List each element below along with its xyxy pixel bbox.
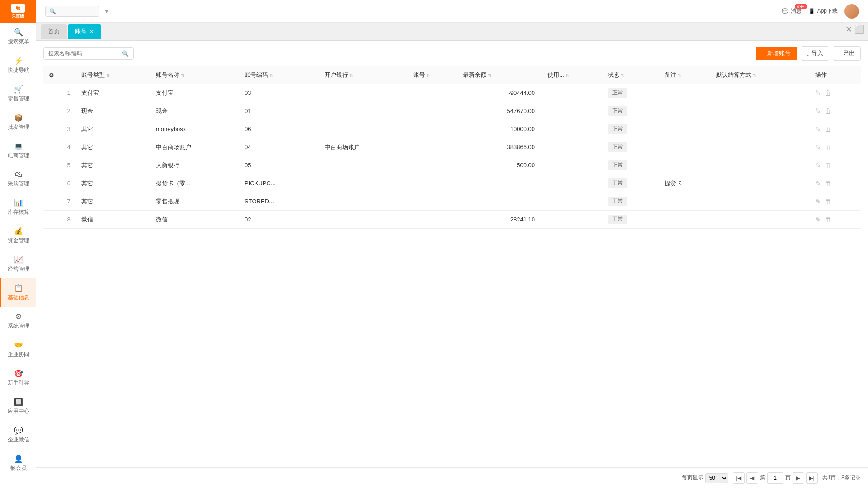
delete-icon-5[interactable]: 🗑 — [825, 179, 831, 187]
sidebar-icon-6: 📊 — [14, 198, 23, 207]
edit-icon-1[interactable]: ✎ — [815, 107, 821, 115]
edit-icon-4[interactable]: ✎ — [815, 161, 821, 169]
page-size-select[interactable]: 50 100 200 — [705, 473, 728, 483]
edit-icon-7[interactable]: ✎ — [815, 216, 821, 224]
delete-icon-6[interactable]: 🗑 — [825, 197, 831, 205]
row-remark-1 — [661, 102, 713, 120]
sidebar-item-11[interactable]: 🤝企业协同 — [0, 335, 36, 364]
sidebar-nav: 🔍搜索菜单⚡快捷导航🛒零售管理📦批发管理💻电商管理🛍采购管理📊库存核算💰资金管理… — [0, 23, 36, 488]
tab-account-close[interactable]: ✕ — [90, 29, 94, 34]
row-usage-6 — [544, 192, 604, 211]
edit-icon-5[interactable]: ✎ — [815, 179, 821, 188]
sidebar-item-15[interactable]: 👤畅会员 — [0, 449, 36, 478]
row-action-5: ✎ 🗑 — [811, 174, 861, 192]
sidebar-item-9[interactable]: 📋基础信息 — [0, 278, 36, 307]
edit-icon-2[interactable]: ✎ — [815, 125, 821, 133]
row-code-0: 03 — [241, 84, 321, 102]
content-header: 🔍 + 新增账号 ↓ 导入 ↑ 导出 — [36, 41, 868, 66]
app-download-button[interactable]: 📱 App下载 — [808, 7, 838, 15]
delete-icon-1[interactable]: 🗑 — [825, 107, 831, 115]
export-button[interactable]: ↑ 导出 — [833, 46, 861, 61]
delete-icon-0[interactable]: 🗑 — [825, 89, 831, 97]
sidebar-item-0[interactable]: 🔍搜索菜单 — [0, 23, 36, 51]
next-page-button[interactable]: ▶ — [793, 472, 804, 484]
edit-icon-0[interactable]: ✎ — [815, 89, 821, 97]
sidebar-icon-2: 🛒 — [14, 85, 23, 94]
sidebar-item-14[interactable]: 💬企业微信 — [0, 421, 36, 449]
row-status-7: 正常 — [604, 211, 660, 229]
row-gear-4 — [43, 156, 60, 174]
row-code-6: STORED... — [241, 192, 321, 211]
row-usage-1 — [544, 102, 604, 120]
export-icon: ↑ — [839, 50, 842, 57]
row-code-3: 04 — [241, 138, 321, 156]
row-status-0: 正常 — [604, 84, 660, 102]
import-label: 导入 — [811, 49, 823, 57]
row-default-payment-6 — [712, 192, 811, 211]
row-action-3: ✎ 🗑 — [811, 138, 861, 156]
row-name-5: 提货卡（零... — [152, 174, 241, 192]
first-page-button[interactable]: |◀ — [733, 472, 745, 484]
row-account-1 — [410, 102, 460, 120]
user-avatar[interactable] — [844, 4, 859, 19]
row-name-2: moneybosx — [152, 120, 241, 138]
row-action-1: ✎ 🗑 — [811, 102, 861, 120]
th-index — [60, 66, 78, 84]
topbar-dropdown[interactable]: ▼ — [104, 8, 109, 14]
delete-icon-7[interactable]: 🗑 — [825, 216, 831, 223]
sidebar-icon-4: 💻 — [14, 142, 23, 150]
page-input[interactable] — [767, 472, 783, 484]
tab-home[interactable]: 首页 — [41, 24, 67, 39]
row-type-6: 其它 — [78, 192, 152, 211]
message-button[interactable]: 💬 消息 99+ — [782, 7, 802, 15]
sidebar-item-7[interactable]: 💰资金管理 — [0, 221, 36, 250]
row-remark-7 — [661, 211, 713, 229]
sidebar-item-6[interactable]: 📊库存核算 — [0, 193, 36, 221]
search-box[interactable]: 🔍 — [43, 47, 134, 60]
tab-account[interactable]: 账号 ✕ — [68, 24, 101, 39]
sidebar-item-5[interactable]: 🛍采购管理 — [0, 165, 36, 193]
row-balance-0: -90444.00 — [459, 84, 544, 102]
import-icon: ↓ — [807, 50, 810, 57]
sidebar-item-13[interactable]: 🔲应用中心 — [0, 392, 36, 421]
tab-account-label: 账号 — [75, 28, 87, 36]
prev-page-button[interactable]: ◀ — [746, 472, 758, 484]
row-default-payment-7 — [712, 211, 811, 229]
row-index-3: 4 — [60, 138, 78, 156]
tab-expand-window[interactable]: ⬜ — [854, 24, 864, 34]
sidebar-item-12[interactable]: 🎯新手引导 — [0, 364, 36, 392]
sidebar-item-2[interactable]: 🛒零售管理 — [0, 80, 36, 108]
row-balance-1: 547670.00 — [459, 102, 544, 120]
sidebar-icon-3: 📦 — [14, 113, 23, 122]
last-page-button[interactable]: ▶| — [806, 472, 818, 484]
sidebar-item-8[interactable]: 📈经营管理 — [0, 250, 36, 278]
row-balance-5 — [459, 174, 544, 192]
tab-close-window[interactable]: ✕ — [845, 24, 852, 34]
row-account-7 — [410, 211, 460, 229]
sidebar-label-14: 企业微信 — [8, 436, 29, 444]
sidebar-item-1[interactable]: ⚡快捷导航 — [0, 51, 36, 80]
page-size-label: 每页显示 — [682, 474, 703, 482]
sidebar-label-5: 采购管理 — [8, 180, 29, 188]
search-input[interactable] — [48, 50, 119, 56]
row-balance-2: 10000.00 — [459, 120, 544, 138]
table-row: 1 支付宝 支付宝 03 -90444.00 正常 ✎ 🗑 — [43, 84, 861, 102]
edit-icon-6[interactable]: ✎ — [815, 197, 821, 206]
sidebar-item-4[interactable]: 💻电商管理 — [0, 136, 36, 165]
th-gear: ⚙ — [43, 66, 60, 84]
delete-icon-3[interactable]: 🗑 — [825, 143, 831, 151]
sidebar-item-10[interactable]: ⚙系统管理 — [0, 307, 36, 335]
row-bank-3: 中百商场账户 — [321, 138, 410, 156]
sidebar-item-3[interactable]: 📦批发管理 — [0, 108, 36, 136]
row-name-0: 支付宝 — [152, 84, 241, 102]
delete-icon-4[interactable]: 🗑 — [825, 161, 831, 169]
row-balance-4: 500.00 — [459, 156, 544, 174]
edit-icon-3[interactable]: ✎ — [815, 143, 821, 151]
delete-icon-2[interactable]: 🗑 — [825, 125, 831, 133]
sidebar-icon-14: 💬 — [14, 426, 23, 435]
gear-icon[interactable]: ⚙ — [49, 72, 54, 79]
table-container: ⚙ 账号类型⇅ 账号名称⇅ 账号编码⇅ 开户银行⇅ 账号⇅ 最新余额⇅ 使用..… — [36, 66, 868, 467]
add-account-button[interactable]: + 新增账号 — [756, 47, 797, 60]
row-status-2: 正常 — [604, 120, 660, 138]
import-button[interactable]: ↓ 导入 — [801, 46, 829, 61]
